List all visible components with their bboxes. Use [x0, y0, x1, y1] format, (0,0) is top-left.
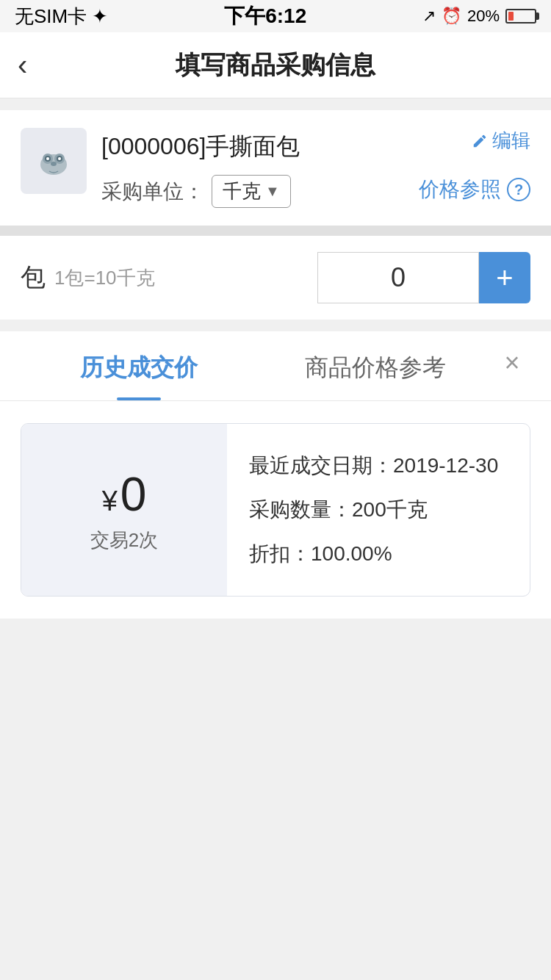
battery-text: 20% — [467, 7, 500, 26]
product-name: [0000006]手撕面包 — [101, 131, 300, 163]
svg-point-5 — [46, 157, 49, 160]
history-price-content: ¥ 0 交易2次 最近成交日期：2019-12-30 采购数量：200千克 折扣… — [0, 401, 551, 619]
edit-button[interactable]: 编辑 — [472, 128, 530, 154]
product-card: [0000006]手撕面包 采购单位： 千克 ▼ 编辑 价格参照 — [0, 110, 551, 226]
discount-label: 折扣： — [249, 542, 311, 565]
quantity-row: 包 1包=10千克 0 + — [0, 236, 551, 320]
location-icon: ↗ — [422, 7, 436, 26]
product-logo-icon — [32, 139, 76, 183]
quantity-unit-info: 包 1包=10千克 — [21, 261, 155, 295]
section-divider — [0, 226, 551, 236]
quantity-value: 0 — [391, 262, 406, 293]
plus-icon: + — [496, 263, 513, 292]
product-info: [0000006]手撕面包 采购单位： 千克 ▼ — [101, 128, 300, 208]
status-right-icons: ↗ ⏰ 20% — [422, 7, 536, 26]
price-ref-label: 价格参照 — [419, 176, 501, 203]
back-button[interactable]: ‹ — [18, 48, 27, 82]
carrier-text: 无SIM卡 ✦ — [15, 4, 108, 29]
unit-dropdown-arrow: ▼ — [265, 183, 280, 200]
status-carrier: 无SIM卡 ✦ — [15, 4, 108, 29]
page-background — [0, 619, 551, 980]
page-title: 填写商品采购信息 — [176, 48, 375, 82]
qty-row: 采购数量：200千克 — [249, 494, 508, 525]
quantity-control: 0 + — [317, 252, 530, 303]
date-label: 最近成交日期： — [249, 454, 393, 477]
price-card-right: 最近成交日期：2019-12-30 采购数量：200千克 折扣：100.00% — [227, 424, 530, 596]
discount-value: 100.00% — [311, 542, 392, 565]
quantity-input[interactable]: 0 — [317, 252, 479, 303]
price-value: 0 — [120, 467, 147, 522]
battery-icon — [505, 9, 536, 24]
unit-row: 采购单位： 千克 ▼ — [101, 175, 300, 208]
trade-count: 交易2次 — [90, 527, 158, 553]
price-ref-button[interactable]: 价格参照 ? — [419, 176, 530, 203]
qty-label: 采购数量： — [249, 498, 352, 521]
tab-history-price[interactable]: 历史成交价 — [21, 331, 257, 400]
unit-label: 采购单位： — [101, 178, 204, 206]
quantity-unit-label: 包 — [21, 261, 46, 295]
price-ref-info-icon: ? — [507, 178, 530, 201]
svg-point-7 — [51, 162, 57, 166]
discount-row: 折扣：100.00% — [249, 538, 508, 569]
qty-value: 200千克 — [352, 498, 428, 521]
svg-point-6 — [58, 157, 61, 160]
quantity-unit-conversion: 1包=10千克 — [54, 265, 155, 291]
price-card-left: ¥ 0 交易2次 — [21, 424, 227, 596]
nav-bar: ‹ 填写商品采购信息 — [0, 32, 551, 98]
alarm-icon: ⏰ — [442, 7, 461, 26]
product-header: [0000006]手撕面包 采购单位： 千克 ▼ 编辑 价格参照 — [21, 128, 530, 208]
product-left: [0000006]手撕面包 采购单位： 千克 ▼ — [21, 128, 300, 208]
currency-symbol: ¥ — [102, 486, 118, 517]
product-right: 编辑 价格参照 ? — [419, 128, 530, 203]
status-time: 下午6:12 — [224, 2, 306, 30]
unit-selector[interactable]: 千克 ▼ — [212, 175, 291, 208]
edit-icon — [472, 133, 488, 149]
tabs-header: 历史成交价 商品价格参考 × — [0, 331, 551, 401]
unit-value: 千克 — [223, 179, 261, 204]
price-card: ¥ 0 交易2次 最近成交日期：2019-12-30 采购数量：200千克 折扣… — [21, 423, 530, 597]
status-bar: 无SIM卡 ✦ 下午6:12 ↗ ⏰ 20% — [0, 0, 551, 32]
date-value: 2019-12-30 — [393, 454, 498, 477]
quantity-plus-button[interactable]: + — [479, 252, 530, 303]
tabs-close-button[interactable]: × — [494, 347, 530, 384]
product-thumbnail — [21, 128, 87, 194]
price-amount: ¥ 0 — [102, 467, 147, 522]
tabs-area: 历史成交价 商品价格参考 × ¥ 0 交易2次 最近成交日期：2019-12-3… — [0, 331, 551, 619]
tab-price-reference[interactable]: 商品价格参考 — [257, 331, 494, 400]
date-row: 最近成交日期：2019-12-30 — [249, 450, 508, 481]
